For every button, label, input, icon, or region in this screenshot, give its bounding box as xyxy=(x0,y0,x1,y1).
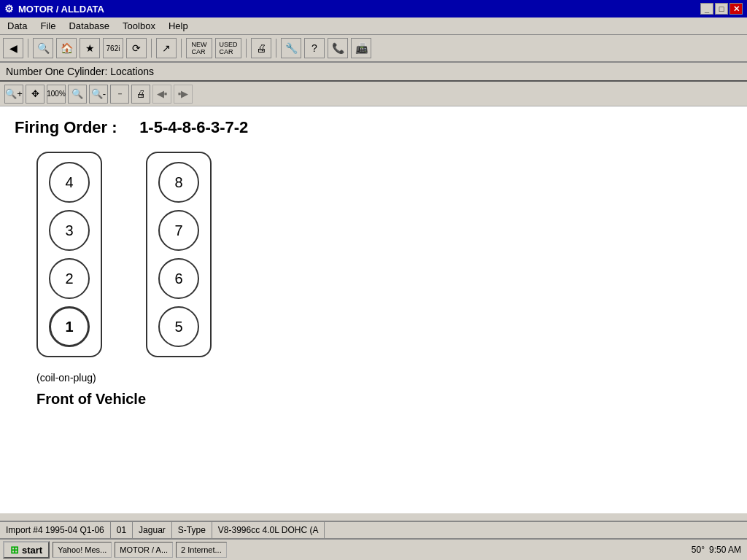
cylinder-1: 1 xyxy=(49,306,90,347)
print-img-button[interactable]: 🖨 xyxy=(131,85,150,104)
firing-order-value: 1-5-4-8-6-3-7-2 xyxy=(139,118,248,136)
menu-bar: Data File Database Toolbox Help xyxy=(0,18,747,35)
wrench-button[interactable]: 🔧 xyxy=(281,38,301,58)
maximize-button[interactable]: □ xyxy=(715,3,728,15)
right-bank: 8 7 6 5 xyxy=(146,152,212,357)
menu-database[interactable]: Database xyxy=(64,19,114,33)
firing-order: Firing Order : 1-5-4-8-6-3-7-2 xyxy=(15,118,732,137)
title-bar: ⚙ MOTOR / ALLDATA _ □ ✕ xyxy=(0,0,747,18)
cylinder-5: 5 xyxy=(158,306,199,347)
zoom-in-button[interactable]: 🔍+ xyxy=(4,85,23,104)
used-car-button[interactable]: USEDCAR xyxy=(215,38,241,58)
main-content: Firing Order : 1-5-4-8-6-3-7-2 4 3 2 1 8… xyxy=(0,106,747,513)
menu-file[interactable]: File xyxy=(36,19,60,33)
toolbar-sep-3 xyxy=(181,39,182,58)
refresh-button[interactable]: ⟳ xyxy=(126,38,147,58)
help-button[interactable]: ? xyxy=(304,38,325,58)
toolbar-sep-4 xyxy=(246,39,247,58)
image-toolbar: 🔍+ ✥ 100% 🔍 🔍- － 🖨 ◀▪ ▪▶ xyxy=(0,82,747,106)
zoom-out-button[interactable]: 🔍- xyxy=(89,85,108,104)
close-button[interactable]: ✕ xyxy=(729,3,743,15)
cursor-button[interactable]: ↗ xyxy=(156,38,177,58)
cylinder-3: 3 xyxy=(49,210,90,251)
front-label: Front of Vehicle xyxy=(36,391,732,408)
pan-button[interactable]: ✥ xyxy=(26,85,44,104)
next-img-button[interactable]: ▪▶ xyxy=(174,85,193,104)
print-button[interactable]: 🖨 xyxy=(251,38,271,58)
star-button[interactable]: ★ xyxy=(80,38,100,58)
cylinder-7: 7 xyxy=(158,210,199,251)
toolbar-sep-1 xyxy=(28,39,28,58)
fax-button[interactable]: 📠 xyxy=(351,38,371,58)
coil-label: (coil-on-plug) xyxy=(36,372,732,384)
cylinder-6: 6 xyxy=(158,258,199,299)
app-title: MOTOR / ALLDATA xyxy=(18,4,104,15)
phone-button[interactable]: 📞 xyxy=(328,38,348,58)
breadcrumb-text: Number One Cylinder: Locations xyxy=(6,66,154,77)
toolbar: ◀ 🔍 🏠 ★ 762i ⟳ ↗ NEWCAR USEDCAR 🖨 🔧 ? 📞 … xyxy=(0,35,747,63)
left-bank: 4 3 2 1 xyxy=(36,152,102,357)
toolbar-sep-5 xyxy=(276,39,276,58)
cylinder-diagram: 4 3 2 1 8 7 6 5 xyxy=(36,152,732,357)
title-controls: _ □ ✕ xyxy=(700,3,743,15)
num-button[interactable]: 762i xyxy=(103,38,123,58)
back-button[interactable]: ◀ xyxy=(3,38,23,58)
menu-toolbox[interactable]: Toolbox xyxy=(118,19,160,33)
menu-help[interactable]: Help xyxy=(164,19,193,33)
cylinder-4: 4 xyxy=(49,162,90,203)
firing-order-label: Firing Order : xyxy=(15,118,117,136)
breadcrumb: Number One Cylinder: Locations xyxy=(0,63,747,82)
new-car-button[interactable]: NEWCAR xyxy=(186,38,212,58)
prev-img-button[interactable]: ◀▪ xyxy=(152,85,171,104)
cylinder-2: 2 xyxy=(49,258,90,299)
zoom-smaller-button[interactable]: － xyxy=(110,85,129,104)
app-icon: ⚙ xyxy=(4,3,14,15)
toolbar-sep-2 xyxy=(151,39,152,58)
fit-button[interactable]: 100% xyxy=(47,85,66,104)
home-button[interactable]: 🏠 xyxy=(56,38,77,58)
title-left: ⚙ MOTOR / ALLDATA xyxy=(4,3,104,15)
menu-data[interactable]: Data xyxy=(3,19,31,33)
search-button[interactable]: 🔍 xyxy=(33,38,53,58)
minimize-button[interactable]: _ xyxy=(700,3,713,15)
zoom-fit-button[interactable]: 🔍 xyxy=(68,85,87,104)
cylinder-8: 8 xyxy=(158,162,199,203)
